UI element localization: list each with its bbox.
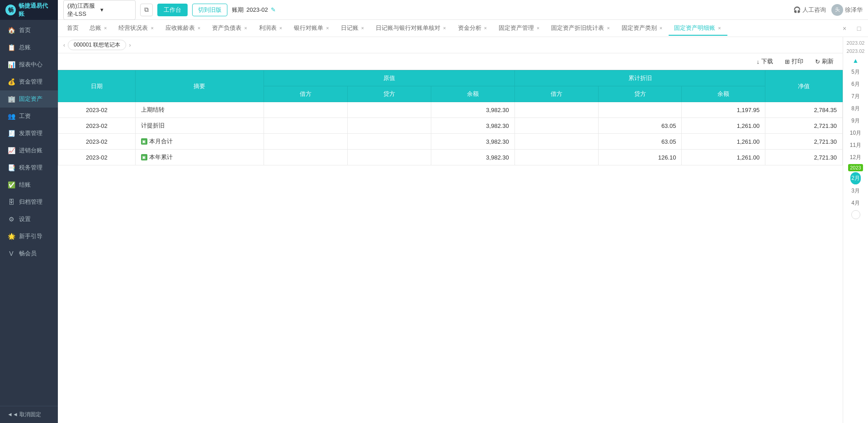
cell-note: 计提折旧 [135,118,264,134]
switch-old-btn[interactable]: 切到旧版 [192,4,227,16]
cell-orig-balance: 3,982.30 [431,102,514,118]
nav-next-btn[interactable]: › [129,42,131,48]
sub-nav: ‹ 000001 联想笔记本 › [58,37,843,53]
sidebar-icon-invoice: 🧾 [7,130,15,137]
sidebar-icon-home: 🏠 [7,27,15,34]
tab-journal[interactable]: 日记账× [335,21,370,36]
sidebar-item-invoice[interactable]: 🧾 发票管理 [0,125,58,142]
fixed-asset-detail-table: 日期 摘要 原值 累计折旧 净值 借方 贷方 余额 借方 贷方 余额 [58,70,843,423]
panel-active-month[interactable]: 2月 [850,172,861,184]
panel-month-item[interactable]: 3月 [843,185,868,197]
tab-receivable[interactable]: 应收账龄表× [160,21,207,36]
sidebar-footer-collapse[interactable]: ◄◄ 取消固定 [0,406,58,423]
tab-close-receivable[interactable]: × [197,25,201,31]
panel-scroll-up-btn[interactable]: ▲ [851,55,861,66]
refresh-btn[interactable]: ↻ 刷新 [811,56,837,67]
tab-balance[interactable]: 资产负债表× [207,21,253,36]
panel-month-item[interactable]: 12月 [843,151,868,164]
tab-label-fund_analysis: 资金分析 [458,24,481,32]
print-btn[interactable]: ⊞ 打印 [781,56,807,67]
tab-close-bank_statement[interactable]: × [325,25,330,31]
panel-month-item[interactable]: 9月 [843,115,868,127]
badge-icon: ▣ [141,138,147,145]
panel-month-item[interactable]: 10月 [843,127,868,139]
table-row: 2023-02 ▣本年累计 3,982.30 126.10 1,261.00 2… [58,150,843,165]
tab-home[interactable]: 首页 [61,21,84,36]
sidebar-label-reports: 报表中心 [19,61,42,69]
sidebar-icon-archive: 🗄 [7,198,15,206]
cell-deprec-balance: 1,261.00 [682,118,765,134]
help-btn[interactable]: 🎧 人工咨询 [793,6,826,14]
tab-close-fixed_deprec[interactable]: × [606,25,610,31]
tab-journal_bank[interactable]: 日记账与银行对账单核对× [370,21,452,36]
tab-profit[interactable]: 利润表× [254,21,288,36]
tab-fixed_deprec[interactable]: 固定资产折旧统计表× [546,21,616,36]
sidebar-icon-reports: 📊 [7,61,15,68]
period-edit-icon[interactable]: ✎ [271,6,276,13]
sidebar-item-reports[interactable]: 📊 报表中心 [0,56,58,73]
th-note: 摘要 [135,70,264,102]
company-selector[interactable]: (劝)江西服坐-LSS ▾ [63,0,136,20]
sidebar-item-payroll[interactable]: 👥 工资 [0,108,58,125]
sidebar-icon-payroll: 👥 [7,113,15,120]
panel-circle-btn[interactable] [851,210,860,219]
panel-month-item[interactable]: 11月 [843,139,868,151]
cell-deprec-debit [514,150,598,165]
cell-deprec-credit: 63.05 [598,118,682,134]
sidebar-label-fixed: 固定资产 [19,95,42,103]
user-menu[interactable]: 头 徐泽华 [831,4,863,16]
tab-bank_statement[interactable]: 银行对账单× [288,21,335,36]
tab-label-journal_bank: 日记账与银行对账单核对 [376,24,440,32]
tab-fund_analysis[interactable]: 资金分析× [453,21,493,36]
tab-fixed_type[interactable]: 固定资产类别× [616,21,669,36]
tab-close-fund_analysis[interactable]: × [483,25,488,31]
sidebar-item-archive[interactable]: 🗄 归档管理 [0,193,58,211]
cell-deprec-balance: 1,197.95 [682,102,765,118]
tab-fixed_detail[interactable]: 固定资产明细账× [669,21,727,36]
badge-icon: ▣ [141,154,147,160]
close-all-tabs-btn[interactable]: × [839,23,850,34]
table-row: 2023-02 ▣本月合计 3,982.30 63.05 1,261.00 2,… [58,134,843,150]
tab-fixed_mgmt[interactable]: 固定资产管理× [493,21,546,36]
work-table-btn[interactable]: 工作台 [157,4,188,16]
sidebar-item-fund[interactable]: 💰 资金管理 [0,73,58,90]
panel-year-badge[interactable]: 2023 [848,164,863,171]
refresh-icon: ↻ [815,58,820,65]
tab-close-fixed_type[interactable]: × [659,25,663,31]
nav-prev-btn[interactable]: ‹ [63,42,65,48]
sidebar-item-settings[interactable]: ⚙ 设置 [0,211,58,228]
sidebar-item-home[interactable]: 🏠 首页 [0,22,58,39]
panel-month-item[interactable]: 8月 [843,103,868,115]
sidebar-item-ledger[interactable]: 📋 总账 [0,39,58,56]
download-label: 下载 [761,57,773,66]
tab-close-ledger[interactable]: × [103,25,108,31]
sidebar-item-member[interactable]: V 畅会员 [0,245,58,262]
panel-month-item[interactable]: 7月 [843,90,868,103]
sidebar-item-sales[interactable]: 📈 进销台账 [0,142,58,159]
th-original-debit: 借方 [264,86,348,102]
sidebar-item-tax[interactable]: 📑 税务管理 [0,159,58,176]
tab-management[interactable]: 经营状况表× [113,21,160,36]
tab-close-fixed_detail[interactable]: × [717,25,722,31]
tab-close-journal_bank[interactable]: × [442,25,447,31]
tab-close-balance[interactable]: × [243,25,248,31]
th-original: 原值 [264,70,515,86]
panel-month-item[interactable]: 6月 [843,78,868,90]
sidebar-item-closing[interactable]: ✅ 结账 [0,176,58,193]
panel-month-item[interactable]: 4月 [843,197,868,209]
tab-close-management[interactable]: × [150,25,154,31]
tab-close-profit[interactable]: × [278,25,283,31]
panel-month-item[interactable]: 5月 [843,66,868,78]
sidebar-item-fixed[interactable]: 🏢 固定资产 [0,90,58,108]
copy-icon-btn[interactable]: ⧉ [140,4,153,16]
cell-orig-credit [347,102,431,118]
maximize-btn[interactable]: □ [854,23,864,34]
tab-close-fixed_mgmt[interactable]: × [536,25,540,31]
tab-ledger[interactable]: 总账× [84,21,113,36]
cell-date: 2023-02 [58,150,136,165]
download-btn[interactable]: ↓ 下载 [753,56,777,67]
cell-net-value: 2,721.30 [765,118,843,134]
tab-label-fixed_type: 固定资产类别 [622,24,657,32]
tab-close-journal[interactable]: × [360,25,365,31]
sidebar-item-guide[interactable]: 🌟 新手引导 [0,228,58,245]
